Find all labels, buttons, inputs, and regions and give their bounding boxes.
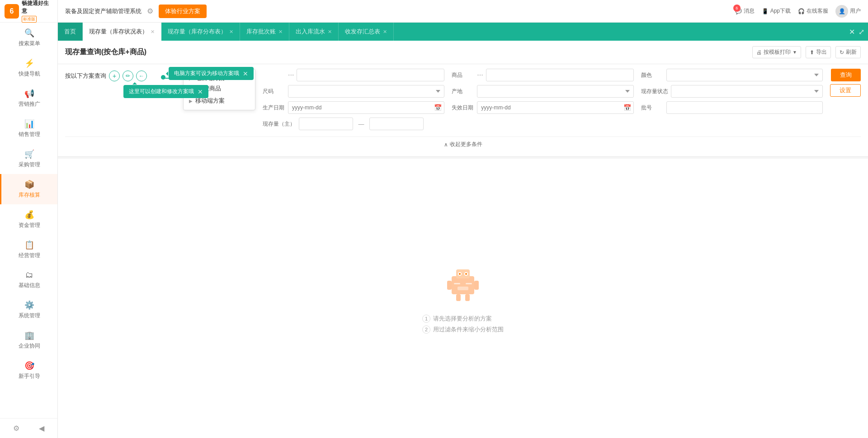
sidebar-item-sales[interactable]: 📊 销售管理 — [0, 113, 57, 144]
user-menu[interactable]: 👤 用户 — [835, 5, 861, 18]
tab-close-receipt[interactable]: ✕ — [383, 29, 387, 35]
prod-date-field: 生产日期 📅 — [263, 101, 444, 114]
sidebar-item-operation[interactable]: 📋 经营管理 — [0, 235, 57, 265]
app-download-button[interactable]: 📱 App下载 — [762, 7, 791, 15]
folder-icon: 🗂 — [25, 270, 33, 280]
scheme-tooltip-text: 电脑方案可设为移动方案哦 — [174, 70, 239, 77]
search-button[interactable]: 查询 — [831, 69, 861, 81]
collapse-up-icon: ∧ — [444, 141, 448, 148]
user-avatar: 👤 — [835, 5, 848, 18]
color-select[interactable] — [666, 69, 823, 81]
tab-inventory-status-label: 现存量（库存状况表） — [89, 28, 148, 36]
print-label: 按模板打印 — [764, 48, 791, 56]
prod-date-wrap: 📅 — [288, 101, 444, 114]
tab-home-label: 首页 — [64, 28, 76, 36]
page-title-row: 现存量查询(按仓库+商品) 🖨 按模板打印 ▼ ⬆ 导出 ↻ 刷新 — [65, 46, 861, 58]
goods-field: 商品 ··· — [452, 69, 633, 81]
sidebar-logo: 6 畅捷通好生意 标准版 — [0, 0, 57, 23]
goods-input[interactable] — [486, 69, 634, 81]
sidebar-item-system[interactable]: ⚙️ 系统管理 — [0, 295, 57, 325]
collapse-bar[interactable]: ∧ 收起更多条件 — [65, 137, 861, 152]
tab-inout[interactable]: 出入库流水 ✕ — [289, 23, 339, 41]
sidebar-item-label: 系统管理 — [19, 312, 40, 320]
tab-bar: 首页 现存量（库存状况表） ✕ 现存量（库存分布表） ✕ 库存批次账 ✕ 出入库… — [58, 23, 868, 41]
origin-select[interactable] — [477, 85, 633, 98]
tip-text-2: 用过滤条件来缩小分析范围 — [433, 325, 504, 334]
tab-expand-icon[interactable]: ⤢ — [859, 28, 864, 36]
collapse-sidebar-button[interactable]: ◀ — [39, 424, 44, 433]
industry-solution-button[interactable]: 体验行业方案 — [159, 5, 207, 18]
origin-field: 产地 — [452, 85, 633, 98]
prod-date-input[interactable] — [288, 101, 444, 114]
tab-batch-label: 库存批次账 — [246, 28, 276, 36]
collapse-label: 收起更多条件 — [450, 141, 482, 148]
inv-main-label: 现存量（主） — [263, 120, 295, 128]
tip-text-1: 请先选择要分析的方案 — [433, 315, 492, 323]
sidebar-item-newbie[interactable]: 🎯 新手引导 — [0, 355, 57, 386]
reset-button[interactable]: 设置 — [830, 84, 861, 97]
message-button[interactable]: 💬 6 消息 — [735, 7, 755, 15]
prod-date-calendar-icon[interactable]: 📅 — [434, 104, 442, 111]
tab-close-all-icon[interactable]: ✕ — [849, 28, 855, 36]
tab-close-inventory-dist[interactable]: ✕ — [229, 29, 233, 35]
sidebar-item-marketing[interactable]: 📢 营销推广 — [0, 83, 57, 113]
empty-state: 1 请先选择要分析的方案 2 用过滤条件来缩小分析范围 — [58, 159, 868, 438]
sidebar-item-label: 基础信息 — [19, 282, 40, 289]
mobile-icon: 📱 — [762, 8, 769, 14]
inv-main-from[interactable] — [299, 118, 353, 130]
print-button[interactable]: 🖨 按模板打印 ▼ — [752, 46, 801, 58]
sidebar-item-finance[interactable]: 💰 资金管理 — [0, 204, 57, 235]
online-support-button[interactable]: 🎧 在线客服 — [798, 7, 828, 15]
edit-tooltip-close[interactable]: ✕ — [198, 88, 203, 95]
tab-inventory-dist[interactable]: 现存量（库存分布表） ✕ — [161, 23, 240, 41]
size-field: 尺码 — [263, 85, 444, 98]
header-settings-icon[interactable]: ⚙ — [147, 7, 153, 15]
filter-section: 电脑方案可设为移动方案哦 ✕ 这里可以创建和修改方案哦 ✕ 按以下方案查询 + … — [58, 64, 868, 157]
color-field: 颜色 — [641, 69, 823, 81]
batch-input[interactable] — [666, 101, 823, 114]
size-select[interactable] — [288, 85, 444, 98]
main-area: 装备及固定资产辅助管理系统 ⚙ 体验行业方案 💬 6 消息 📱 App下载 🎧 … — [58, 0, 868, 438]
tab-receipt[interactable]: 收发存汇总表 ✕ — [339, 23, 394, 41]
stock-status-select[interactable] — [671, 85, 823, 98]
warehouse-field: ··· — [263, 69, 444, 81]
settings-button[interactable]: ⚙ — [13, 424, 19, 433]
tab-close-inout[interactable]: ✕ — [328, 29, 332, 35]
empty-illustration — [440, 260, 486, 306]
page-header: 现存量查询(按仓库+商品) 🖨 按模板打印 ▼ ⬆ 导出 ↻ 刷新 — [58, 41, 868, 64]
print-dropdown-icon: ▼ — [793, 50, 797, 55]
edit-scheme-button[interactable]: ✏ — [123, 71, 133, 81]
tab-close-batch[interactable]: ✕ — [278, 29, 283, 35]
inv-main-to[interactable] — [369, 118, 424, 130]
tab-inventory-status[interactable]: 现存量（库存状况表） ✕ — [83, 23, 161, 41]
add-scheme-button[interactable]: + — [109, 71, 120, 81]
sidebar-item-guide[interactable]: ⚡ 快捷导航 — [0, 53, 57, 83]
svg-rect-12 — [465, 294, 470, 301]
filter-action-col: 查询 设置 — [823, 69, 861, 97]
tab-home[interactable]: 首页 — [58, 23, 83, 41]
export-icon: ⬆ — [810, 49, 814, 56]
inv-dash: — — [357, 121, 366, 127]
expire-date-input[interactable] — [477, 101, 633, 114]
origin-label: 产地 — [452, 88, 474, 95]
scheme-tooltip-close[interactable]: ✕ — [243, 70, 248, 77]
warehouse-input[interactable] — [297, 69, 444, 81]
sidebar-item-inventory[interactable]: 📦 库存核算 — [0, 174, 57, 204]
sidebar-item-label: 企业协同 — [19, 342, 40, 350]
sidebar-item-purchase[interactable]: 🛒 采购管理 — [0, 144, 57, 174]
page-title: 现存量查询(按仓库+商品) — [65, 47, 146, 57]
sidebar-item-corp[interactable]: 🏢 企业协同 — [0, 325, 57, 355]
tab-batch[interactable]: 库存批次账 ✕ — [240, 23, 289, 41]
empty-tip-2: 2 用过滤条件来缩小分析范围 — [422, 325, 504, 334]
refresh-button[interactable]: ↻ 刷新 — [835, 46, 861, 58]
expire-date-calendar-icon[interactable]: 📅 — [623, 104, 631, 111]
sidebar-item-label: 营销推广 — [19, 100, 40, 108]
arrow-scheme-button[interactable]: ← — [136, 71, 147, 81]
tab-close-inventory-status[interactable]: ✕ — [151, 29, 155, 35]
message-badge: 6 — [733, 5, 741, 12]
export-button[interactable]: ⬆ 导出 — [806, 46, 831, 58]
page-actions: 🖨 按模板打印 ▼ ⬆ 导出 ↻ 刷新 — [752, 46, 861, 58]
sidebar-item-basic[interactable]: 🗂 基础信息 — [0, 265, 57, 295]
sidebar-item-search[interactable]: 🔍 搜索菜单 — [0, 23, 57, 53]
size-label: 尺码 — [263, 88, 285, 95]
